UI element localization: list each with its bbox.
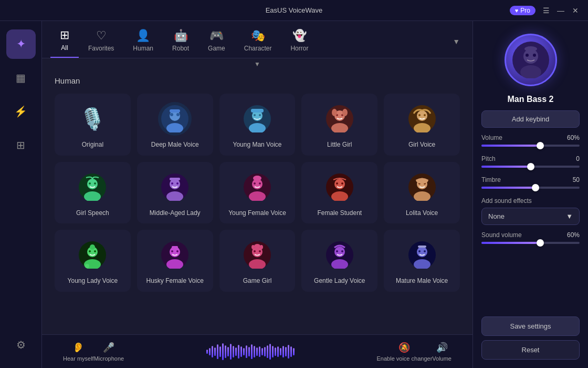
- timbre-track[interactable]: [481, 187, 580, 189]
- svg-point-55: [94, 250, 96, 252]
- changer-icon: 🔕: [398, 342, 410, 353]
- pitch-slider-group: Pitch 0: [481, 155, 580, 170]
- svg-rect-34: [170, 178, 180, 180]
- sidebar-item-settings[interactable]: ⚙: [6, 330, 36, 360]
- svg-point-45: [341, 182, 343, 185]
- svg-point-86: [526, 54, 529, 57]
- voice-avatar-husky-female: [158, 238, 192, 272]
- sidebar-item-equalizer[interactable]: ▦: [6, 63, 36, 93]
- sound-effects-label: Add sound effects: [481, 197, 580, 205]
- sound-effects-select[interactable]: None ▼: [481, 208, 580, 225]
- voice-avatar-young-lady: [76, 238, 109, 272]
- voice-avatar-little-girl: [323, 102, 356, 136]
- sound-volume-track[interactable]: [481, 242, 580, 244]
- voice-avatar-young-man: [240, 102, 274, 136]
- selected-voice-title: Man Bass 2: [507, 95, 553, 104]
- tab-scroll-button[interactable]: ▼: [448, 33, 464, 50]
- voice-name-female-student: Female Student: [317, 209, 362, 218]
- reset-button[interactable]: Reset: [481, 340, 580, 360]
- svg-point-81: [424, 250, 426, 252]
- close-button[interactable]: ✕: [571, 6, 580, 15]
- right-panel: Man Bass 2 Add keybind Volume 60% Pitch …: [472, 21, 588, 368]
- voice-card-little-girl[interactable]: Little Girl: [301, 94, 377, 156]
- app-title: EasUS VoiceWave: [266, 6, 323, 14]
- tab-all[interactable]: ⊞ All: [50, 25, 79, 58]
- microphone-button[interactable]: 🎤 Microphone: [94, 342, 124, 362]
- pitch-track[interactable]: [481, 166, 580, 168]
- ear-icon: 👂: [72, 342, 84, 353]
- sound-volume-slider-group: Sound volume 60%: [481, 231, 580, 246]
- svg-point-54: [89, 250, 91, 252]
- svg-rect-11: [251, 109, 264, 113]
- expand-button[interactable]: ▼: [42, 58, 472, 68]
- voice-avatar-game-girl: [240, 238, 274, 272]
- tab-character[interactable]: 🎭 Character: [235, 26, 281, 57]
- voice-card-husky-female[interactable]: Husky Female Voice: [137, 230, 213, 292]
- voice-avatar-gentle-lady: [323, 238, 356, 272]
- voice-card-girl-speech[interactable]: Girl Speech: [55, 162, 131, 224]
- voice-card-mature-male[interactable]: Mature Male Voice: [384, 230, 460, 292]
- voice-card-young-man[interactable]: Young Man Voice: [219, 94, 296, 156]
- voice-grid: 🎙️ Original Deep Male Voice Young Man Vo…: [55, 94, 460, 292]
- tab-horror[interactable]: 👻 Horror: [281, 26, 318, 57]
- menu-button[interactable]: ☰: [542, 6, 550, 15]
- voice-name-original: Original: [82, 141, 103, 149]
- mixer-icon: ⊞: [16, 139, 25, 151]
- sidebar-item-mixer[interactable]: ⊞: [6, 130, 36, 160]
- svg-point-80: [418, 250, 421, 252]
- voice-card-deep-male[interactable]: Deep Male Voice: [137, 94, 213, 156]
- svg-point-10: [259, 114, 261, 116]
- enable-changer-button[interactable]: 🔕 Enable voice changer: [377, 342, 433, 362]
- mic-icon: 🎤: [103, 342, 114, 353]
- voice-card-female-student[interactable]: Female Student: [301, 162, 377, 224]
- settings-icon: ⚙: [16, 339, 26, 351]
- svg-point-85: [520, 65, 541, 78]
- voice-card-young-lady[interactable]: Young Lady Voice: [55, 230, 131, 292]
- favorites-icon: ♡: [96, 29, 107, 43]
- svg-point-39: [259, 182, 261, 185]
- volume-label: Volume: [481, 134, 502, 141]
- tab-robot[interactable]: 🤖 Robot: [163, 26, 198, 57]
- voice-name-lolita: Lolita Voice: [406, 209, 438, 218]
- svg-point-22: [418, 114, 421, 116]
- volume-track[interactable]: [481, 145, 580, 147]
- svg-point-87: [533, 54, 536, 57]
- hear-myself-button[interactable]: 👂 Hear myself: [63, 342, 94, 362]
- svg-point-61: [171, 250, 173, 252]
- svg-point-70: [251, 245, 255, 249]
- human-icon: 👤: [136, 29, 150, 43]
- title-bar: EasUS VoiceWave Pro ☰ — ✕: [0, 0, 588, 21]
- voice-card-original[interactable]: 🎙️ Original: [55, 94, 131, 156]
- svg-point-33: [176, 182, 178, 185]
- panel-actions: Save settings Reset: [481, 316, 580, 360]
- svg-rect-5: [170, 109, 180, 113]
- voice-card-girl-voice[interactable]: Girl Voice: [384, 94, 460, 156]
- svg-point-3: [170, 113, 173, 116]
- voice-icon: ✦: [16, 37, 26, 51]
- voice-avatar-young-female: [240, 170, 274, 204]
- svg-rect-82: [418, 246, 426, 248]
- voice-card-lolita[interactable]: Lolita Voice: [384, 162, 460, 224]
- tab-game[interactable]: 🎮 Game: [198, 26, 235, 57]
- timbre-slider-group: Timbre 50: [481, 176, 580, 191]
- character-icon: 🎭: [251, 29, 265, 43]
- voice-card-gentle-lady[interactable]: Gentle Lady Voice: [301, 230, 377, 292]
- sidebar-item-voice[interactable]: ✦: [6, 29, 36, 59]
- tab-human[interactable]: 👤 Human: [123, 26, 163, 57]
- voice-name-young-lady: Young Lady Voice: [68, 277, 118, 285]
- add-keybind-button[interactable]: Add keybind: [481, 110, 580, 128]
- volume-button[interactable]: 🔊 Volume: [432, 342, 452, 362]
- sidebar-item-effects[interactable]: ⚡: [6, 97, 36, 126]
- voice-name-husky-female: Husky Female Voice: [146, 277, 204, 285]
- voice-avatar-original: 🎙️: [76, 102, 109, 136]
- section-title: Human: [55, 76, 460, 85]
- svg-point-88: [524, 46, 537, 52]
- minimize-button[interactable]: —: [556, 6, 565, 15]
- voice-card-young-female[interactable]: Young Female Voice: [219, 162, 296, 224]
- voice-name-middle-aged-lady: Middle-Aged Lady: [150, 209, 201, 218]
- voice-card-middle-aged-lady[interactable]: Middle-Aged Lady: [137, 162, 213, 224]
- tab-favorites[interactable]: ♡ Favorites: [79, 26, 123, 57]
- voice-card-game-girl[interactable]: Game Girl: [219, 230, 296, 292]
- save-settings-button[interactable]: Save settings: [481, 316, 580, 336]
- category-tabs: ⊞ All ♡ Favorites 👤 Human 🤖 Robot 🎮 Game…: [42, 21, 472, 58]
